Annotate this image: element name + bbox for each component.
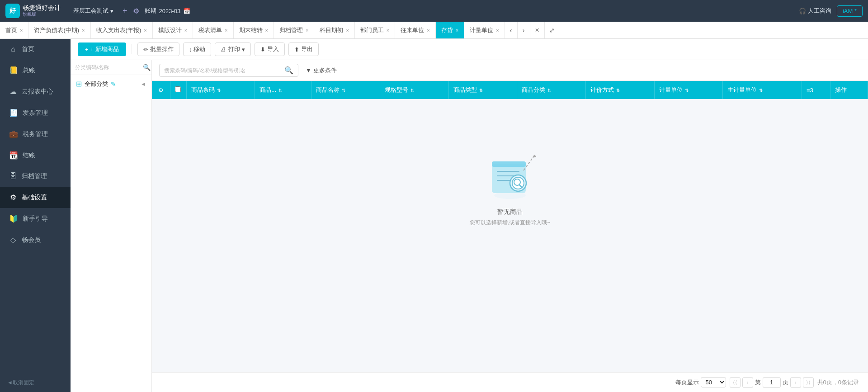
sidebar-item-home[interactable]: ⌂ 首页 [0, 39, 71, 60]
sidebar-item-ledger[interactable]: 📒 总账 [0, 60, 71, 81]
tab-income-close[interactable]: × [144, 28, 146, 33]
col-name[interactable]: 商品名称 ⇅ [311, 81, 380, 99]
product-search-input[interactable] [164, 67, 282, 74]
header-actions: 🎧 人工咨询 iAM * [799, 5, 863, 17]
tab-prev-btn[interactable]: ‹ [505, 22, 518, 39]
category-all[interactable]: ⊞ 全部分类 ✎ ◄ [71, 75, 151, 93]
tab-archive[interactable]: 归档管理 × [274, 22, 314, 39]
tab-dept[interactable]: 部门员工 × [355, 22, 395, 39]
col-price-method-sort[interactable]: ⇅ [616, 88, 620, 93]
tab-template-close[interactable]: × [184, 28, 187, 33]
close-period-icon: 📆 [9, 151, 18, 160]
tab-template[interactable]: 模版设计 × [153, 22, 193, 39]
category-search-input[interactable] [75, 64, 143, 71]
tab-tax-close[interactable]: × [225, 28, 227, 33]
tab-balance[interactable]: 资产负债表(中期) × [28, 22, 90, 39]
category-edit-icon[interactable]: ✎ [111, 80, 116, 88]
move-button[interactable]: ↕ 移动 [183, 43, 212, 56]
col-name-sort[interactable]: ⇅ [342, 88, 345, 93]
batch-ops-button[interactable]: ✏ 批量操作 [137, 43, 179, 56]
tab-inventory-close[interactable]: × [456, 28, 458, 33]
col-category[interactable]: 商品分类 ⇅ [517, 81, 586, 99]
import-icon: ⬇ [260, 46, 265, 53]
col-barcode-sort[interactable]: ⇅ [217, 88, 221, 93]
tab-income[interactable]: 收入支出表(年报) × [91, 22, 153, 39]
tab-close-all-btn[interactable]: × [530, 22, 545, 39]
tab-unit[interactable]: 计量单位 × [464, 22, 505, 39]
empty-svg [478, 143, 542, 207]
sidebar-item-report[interactable]: ☁ 云报表中心 [0, 81, 71, 102]
sidebar-item-tax[interactable]: 💼 税务管理 [0, 123, 71, 145]
tab-partner[interactable]: 往来单位 × [395, 22, 435, 39]
sidebar-item-member[interactable]: ◇ 畅会员 [0, 229, 71, 250]
col-settings[interactable]: ⚙ [152, 81, 170, 99]
tab-balance-close[interactable]: × [82, 28, 85, 33]
tab-partner-close[interactable]: × [427, 28, 429, 33]
content-body: 🔍 ⊞ 全部分类 ✎ ◄ 🔍 ▼ [71, 60, 868, 392]
filter-button[interactable]: ▼ 更多条件 [302, 65, 340, 76]
tab-subject-close[interactable]: × [346, 28, 349, 33]
sidebar-unpin[interactable]: ◄取消固定 [0, 373, 71, 392]
col-code[interactable]: 商品... ⇅ [255, 81, 311, 99]
print-icon: 🖨 [221, 46, 226, 53]
calendar-icon[interactable]: 📅 [183, 8, 190, 14]
tab-period-close-close[interactable]: × [265, 28, 268, 33]
select-all-checkbox[interactable] [175, 86, 181, 92]
tab-inventory[interactable]: 存货 × [436, 22, 464, 39]
col-action: 操作 [830, 81, 868, 99]
tab-period-close[interactable]: 期末结转 × [234, 22, 274, 39]
tab-subject[interactable]: 科目期初 × [314, 22, 354, 39]
add-product-button[interactable]: + + 新增商品 [78, 43, 126, 56]
sidebar-item-invoice[interactable]: 🧾 发票管理 [0, 102, 71, 123]
tab-tax[interactable]: 税表清单 × [193, 22, 233, 39]
col-checkbox[interactable] [170, 81, 186, 99]
col-category-sort[interactable]: ⇅ [547, 88, 551, 93]
col-spec-sort[interactable]: ⇅ [410, 88, 414, 93]
product-table-wrapper[interactable]: ⚙ 商品条码 ⇅ [152, 81, 868, 372]
next-page-btn[interactable]: › [790, 377, 801, 388]
search-toolbar: 🔍 ▼ 更多条件 [152, 60, 868, 81]
product-search-icon[interactable]: 🔍 [284, 66, 293, 75]
last-page-btn[interactable]: ⟩⟩ [803, 377, 814, 388]
first-page-btn[interactable]: ⟨⟨ [730, 377, 741, 388]
sidebar-item-archive[interactable]: 🗄 归档管理 [0, 166, 71, 187]
tab-home[interactable]: 首页 × [0, 22, 28, 39]
per-page-select[interactable]: 10 20 50 100 [701, 377, 726, 387]
logo-text-block: 畅捷通好会计 旗舰版 [23, 4, 61, 18]
tab-expand-btn[interactable]: ⤢ [545, 22, 559, 39]
account-button[interactable]: iAM * [837, 5, 863, 17]
col-unit-sort[interactable]: ⇅ [685, 88, 689, 93]
print-button[interactable]: 🖨 打印 ▾ [215, 43, 251, 56]
col-type-sort[interactable]: ⇅ [479, 88, 483, 93]
col-main-unit-sort[interactable]: ⇅ [759, 88, 763, 93]
export-button[interactable]: ⬆ 导出 [288, 43, 319, 56]
tab-unit-close[interactable]: × [496, 28, 499, 33]
period-info: 账期 2023-03 📅 [145, 7, 191, 15]
tab-dept-close[interactable]: × [387, 28, 389, 33]
tab-archive-close[interactable]: × [306, 28, 308, 33]
col-main-unit[interactable]: 主计量单位 ⇅ [723, 81, 802, 99]
sidebar-item-close[interactable]: 📆 结账 [0, 145, 71, 166]
sidebar-item-guide[interactable]: 🔰 新手引导 [0, 208, 71, 229]
sidebar-item-basic[interactable]: ⚙ 基础设置 [0, 187, 71, 208]
company-selector[interactable]: 基层工会测试 ▾ [70, 5, 117, 17]
category-search-icon[interactable]: 🔍 [143, 64, 151, 71]
support-button[interactable]: 🎧 人工咨询 [799, 7, 831, 15]
page-number-input[interactable] [763, 377, 781, 388]
col-extra[interactable]: ≡3 [802, 81, 830, 99]
col-unit[interactable]: 计量单位 ⇅ [654, 81, 723, 99]
add-tab-icon[interactable]: + [123, 6, 127, 16]
tab-next-btn[interactable]: › [518, 22, 530, 39]
settings-icon[interactable]: ⚙ [133, 7, 139, 15]
col-spec[interactable]: 规格型号 ⇅ [380, 81, 448, 99]
prev-page-btn[interactable]: ‹ [742, 377, 753, 388]
add-product-label: + 新增商品 [90, 45, 119, 53]
tab-home-close[interactable]: × [20, 28, 23, 33]
col-type[interactable]: 商品类型 ⇅ [448, 81, 517, 99]
col-price-method[interactable]: 计价方式 ⇅ [585, 81, 654, 99]
col-main-unit-label: 主计量单位 [727, 86, 757, 94]
col-code-sort[interactable]: ⇅ [278, 88, 282, 93]
col-barcode[interactable]: 商品条码 ⇅ [186, 81, 255, 99]
collapse-icon[interactable]: ◄ [141, 81, 146, 87]
import-button[interactable]: ⬇ 导入 [255, 43, 285, 56]
